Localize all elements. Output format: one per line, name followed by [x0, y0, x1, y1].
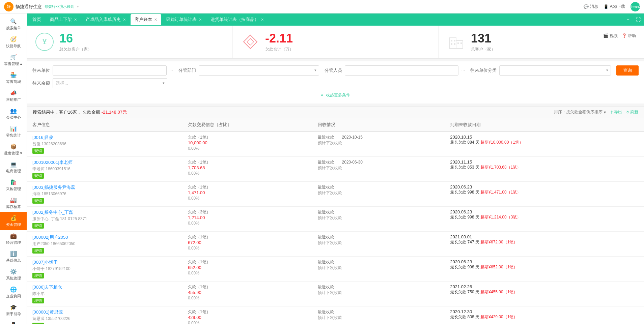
customer-name-link-1[interactable]: [0001020001]李老师 [32, 159, 177, 166]
overdue-link-1[interactable]: 超期¥1,703.68（1笔） [480, 165, 521, 170]
sidebar-item-search[interactable]: 🔍 搜索菜单 [0, 16, 27, 33]
customer-name-link-0[interactable]: [0016]吕俊 [32, 135, 177, 141]
tab-inbound-stats-label: 进货单统计表（按商品） [211, 17, 259, 23]
guide-icon: 🎓 [10, 304, 17, 311]
sidebar-item-ecommerce[interactable]: 💻 电商管理 [0, 158, 27, 176]
col-header-customer: 客户信息 [27, 118, 183, 131]
filter-input-person[interactable] [345, 65, 459, 76]
customer-name-link-3[interactable]: [0002]服务中心_丁磊 [32, 209, 177, 215]
tab-product-history[interactable]: 产成品入库单历史 ✕ [82, 14, 130, 25]
filter-dropdown-unit-type-btn[interactable] [499, 65, 611, 76]
sidebar-item-nav[interactable]: 🧭 快捷导航 [0, 33, 27, 51]
sidebar-item-purchase[interactable]: 🛍️ 采购管理 [0, 176, 27, 194]
customer-name-link-6[interactable]: [0006]去下粮仓 [32, 284, 177, 290]
debt-count-1: 欠款（1笔） [188, 159, 307, 165]
next-payment-label-6: 预计下次收款 [318, 290, 440, 296]
sidebar-item-inventory[interactable]: 🏭 库存核算 [0, 194, 27, 212]
tab-inbound-stats[interactable]: 进货单统计表（按商品） ✕ [206, 14, 268, 25]
overdue-link-5[interactable]: 超期¥652.00（1笔） [480, 265, 517, 269]
sidebar-item-system[interactable]: ⚙️ 系统管理 [0, 266, 27, 284]
filter-label-unit: 往来单位 [32, 67, 50, 73]
cell-due-date-1: 2020.11.15 最长欠款 853 天 超期¥1,703.68（1笔） [445, 156, 644, 181]
tab-purchase-stats-close[interactable]: ✕ [199, 18, 202, 22]
table-row: [000002]用户2050 用户2050 18665062050 现销 欠款（… [27, 231, 644, 256]
tab-customer-ledger-close[interactable]: ✕ [154, 18, 157, 22]
sidebar-item-retail-mgmt[interactable]: 🛒 零售管理 ▲ [0, 51, 27, 69]
overdue-days-6: 最长欠款 750 天 超期¥455.90（1笔） [450, 289, 639, 295]
svg-rect-6 [451, 43, 452, 45]
customer-name-link-2[interactable]: [0003]畅捷服务尹海蕊 [32, 184, 177, 190]
due-date-3: 2020.06.23 [450, 209, 639, 214]
customer-name-link-7[interactable]: [000001]黄思源 [32, 309, 177, 315]
export-btn[interactable]: ⇡ 导出 [610, 109, 622, 115]
tab-product-listing-close[interactable]: ✕ [74, 18, 77, 22]
refresh-btn[interactable]: ↻ 刷新 [626, 109, 638, 115]
overdue-days-0: 最长欠款 884 天 超期¥10,000.00（1笔） [450, 140, 639, 145]
filter-dots-unit[interactable]: ··· [169, 68, 173, 73]
logo-text: 畅捷通好生意 [16, 4, 42, 10]
video-link[interactable]: 🎬 视频 [603, 33, 617, 39]
filter-label-unit-type: 往来单位分类 [470, 67, 497, 73]
help-link[interactable]: ❓ 帮助 [622, 33, 636, 39]
filter-item-person: 分管人员 ··· [325, 65, 465, 76]
svg-rect-9 [460, 42, 462, 44]
customer-tag-2: 现销 [32, 198, 44, 204]
overdue-link-2[interactable]: 超期¥1,471.00（1笔） [480, 190, 521, 195]
filter-dropdown-dept-btn[interactable] [199, 65, 319, 76]
overdue-link-7[interactable]: 超期¥429.00（1笔） [480, 315, 517, 319]
sidebar-label-wholesale-wrap: 批发管理 ▼ [4, 151, 23, 156]
sidebar-item-marketing[interactable]: 📣 营销推广 [0, 87, 27, 105]
sidebar-label-purchase: 采购管理 [6, 186, 21, 192]
overdue-link-4[interactable]: 超期¥672.00（1笔） [480, 240, 517, 244]
debt-amount-5: 652.00 [188, 265, 307, 270]
sidebar-label-finance: 资金管理 [6, 222, 21, 227]
filter-row-2: 往来余额 选择... ▾ [32, 78, 167, 88]
sort-selector[interactable]: 排序：按欠款金额倒序排序 ▾ [554, 109, 606, 115]
sidebar-item-finance[interactable]: 💰 资金管理 [0, 212, 27, 230]
stat-card-customers-debt: ¥ 16 总欠款客户（家） [27, 26, 233, 58]
table-row: [0001020001]李老师 李老师 18600391516 现销 欠款（1笔… [27, 156, 644, 181]
customer-name-link-5[interactable]: [0007]小饼干 [32, 259, 177, 265]
sidebar-item-retail-stats[interactable]: 📊 零售统计 [0, 123, 27, 141]
cell-debt-6: 欠款（1笔） 455.90 0.00% [183, 281, 312, 306]
next-payment-label-0: 预计下次收款 [318, 140, 440, 146]
sidebar-item-newbie[interactable]: 🎓 新手引导 [0, 301, 27, 319]
cell-customer-4: [000002]用户2050 用户2050 18665062050 现销 [27, 231, 183, 256]
filter-area: 往来单位 ··· 分管部门 ▾ 分管人员 [27, 61, 644, 104]
overdue-link-0[interactable]: 超期¥10,000.00（1笔） [480, 140, 523, 145]
customer-name-link-4[interactable]: [000002]用户2050 [32, 234, 177, 240]
avatar[interactable]: demo2 [631, 2, 640, 11]
filter-collapse-btn[interactable]: « 收起更多条件 [32, 91, 639, 99]
stat-label-1: 总欠款客户（家） [59, 47, 224, 52]
industry-selector[interactable]: 母婴行业演示账套 [45, 4, 74, 9]
tab-product-history-close[interactable]: ✕ [123, 18, 126, 22]
due-date-7: 2020.12.30 [450, 309, 639, 314]
tabbar-expand-btn[interactable]: ⛶ [634, 16, 643, 23]
overdue-link-3[interactable]: 超期¥1,214.00（3笔） [480, 215, 521, 219]
message-btn[interactable]: 💬 消息 [584, 4, 598, 9]
filter-dropdown-balance-btn[interactable]: 选择... [53, 78, 167, 88]
filter-input-unit[interactable] [53, 65, 167, 76]
tab-purchase-stats[interactable]: 采购订单统计表 ✕ [162, 14, 206, 25]
tab-home[interactable]: 首页 [28, 14, 45, 25]
overdue-link-6[interactable]: 超期¥455.90（1笔） [480, 290, 517, 294]
filter-dots-person[interactable]: ··· [461, 68, 465, 73]
results-summary: 搜索结果中，客户16家， 欠款金额 -21,148.07元 [33, 109, 127, 115]
sidebar-item-basic-info[interactable]: ℹ️ 基础信息 [0, 248, 27, 266]
tabbar-minimize-btn[interactable]: － [624, 16, 633, 23]
sidebar-item-app-center[interactable]: 📱 应用中心 [0, 319, 27, 324]
customer-tag-5: 现销 [32, 273, 44, 278]
sidebar-item-members[interactable]: 👥 会员中心 [0, 105, 27, 123]
results-amount-value: -21,148.07元 [102, 110, 127, 115]
search-button[interactable]: 查询 [616, 65, 639, 76]
tab-customer-ledger[interactable]: 客户账本 ✕ [131, 14, 161, 25]
tab-inbound-stats-close[interactable]: ✕ [261, 18, 264, 22]
tab-product-listing[interactable]: 商品上下架 ✕ [46, 14, 81, 25]
debt-count-7: 欠款（1笔） [188, 309, 307, 315]
app-download-btn[interactable]: 📱 App下载 [604, 4, 625, 9]
sidebar-item-enterprise[interactable]: 🌐 企业协同 [0, 284, 27, 301]
sidebar-item-operations[interactable]: 💼 经营管理 [0, 230, 27, 248]
tab-product-history-label: 产成品入库单历史 [86, 17, 121, 23]
sidebar-item-retail-mall[interactable]: 🏪 零售商城 [0, 69, 27, 87]
sidebar-item-wholesale[interactable]: 📦 批发管理 ▼ [0, 141, 27, 158]
